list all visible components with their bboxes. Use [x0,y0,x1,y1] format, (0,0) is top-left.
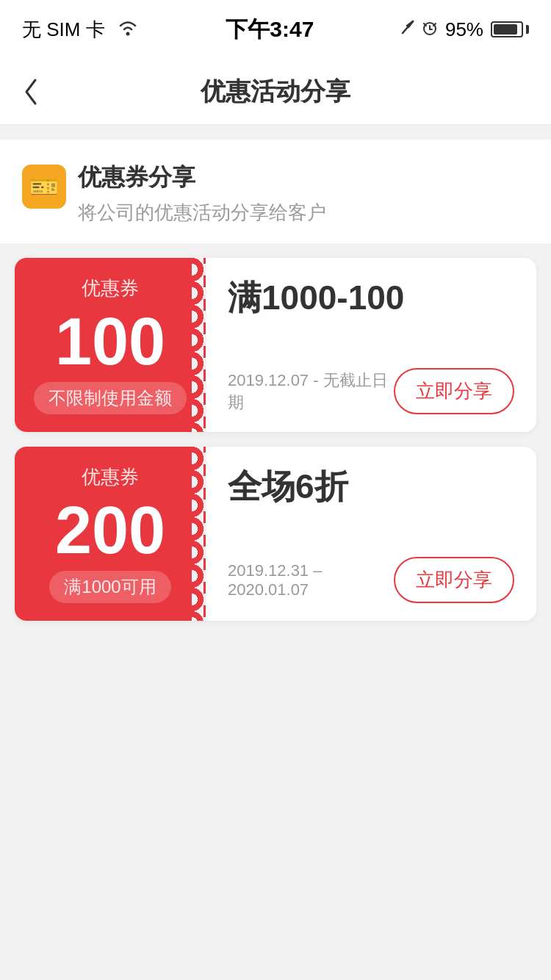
coupon-footer-1: 2019.12.07 - 无截止日期 立即分享 [228,368,514,414]
status-time: 下午3:47 [226,15,314,45]
section-title: 优惠券分享 [78,162,326,194]
carrier-text: 无 SIM 卡 [22,17,105,43]
status-left: 无 SIM 卡 [22,17,139,43]
coupon-icon: 🎫 [29,173,59,201]
wifi-icon [117,18,139,41]
empty-area [0,621,551,980]
share-button-2[interactable]: 立即分享 [394,557,514,603]
coupon-value-2: 200 [55,497,165,563]
location-icon [401,18,414,41]
battery-percent: 95% [445,18,483,41]
nav-bar: 优惠活动分享 [0,59,551,125]
coupon-type-2: 优惠券 [82,464,139,490]
page-title: 优惠活动分享 [201,75,350,109]
section-subtitle: 将公司的优惠活动分享给客户 [78,200,326,226]
coupon-card-1: 优惠券 100 不限制使用金额 满1000-100 2019.12.07 - 无… [15,258,536,432]
coupon-card-2: 优惠券 200 满1000可用 全场6折 2019.12.31 – 2020.0… [15,447,536,621]
coupon-title-1: 满1000-100 [228,275,514,321]
share-button-1[interactable]: 立即分享 [394,368,514,414]
section-icon: 🎫 [22,165,66,209]
battery-icon [491,21,529,37]
coupon-left-1: 优惠券 100 不限制使用金额 [15,258,206,432]
svg-point-0 [126,32,129,35]
alarm-icon [422,18,438,41]
coupon-date-1: 2019.12.07 - 无截止日期 [228,370,394,414]
section-header: 🎫 优惠券分享 将公司的优惠活动分享给客户 [0,140,551,243]
coupon-right-2: 全场6折 2019.12.31 – 2020.01.07 立即分享 [206,447,536,621]
coupon-condition-1: 不限制使用金额 [34,382,187,414]
coupon-right-1: 满1000-100 2019.12.07 - 无截止日期 立即分享 [206,258,536,432]
status-right: 95% [401,18,529,41]
coupon-type-1: 优惠券 [82,275,139,301]
status-bar: 无 SIM 卡 下午3:47 [0,0,551,59]
coupon-footer-2: 2019.12.31 – 2020.01.07 立即分享 [228,557,514,603]
back-button[interactable] [22,77,40,107]
coupon-date-2: 2019.12.31 – 2020.01.07 [228,561,394,599]
coupon-title-2: 全场6折 [228,464,514,510]
coupon-value-1: 100 [55,309,165,375]
coupon-condition-2: 满1000可用 [49,571,170,603]
coupon-left-2: 优惠券 200 满1000可用 [15,447,206,621]
section-text: 优惠券分享 将公司的优惠活动分享给客户 [78,162,326,226]
coupon-list: 优惠券 100 不限制使用金额 满1000-100 2019.12.07 - 无… [0,243,551,621]
